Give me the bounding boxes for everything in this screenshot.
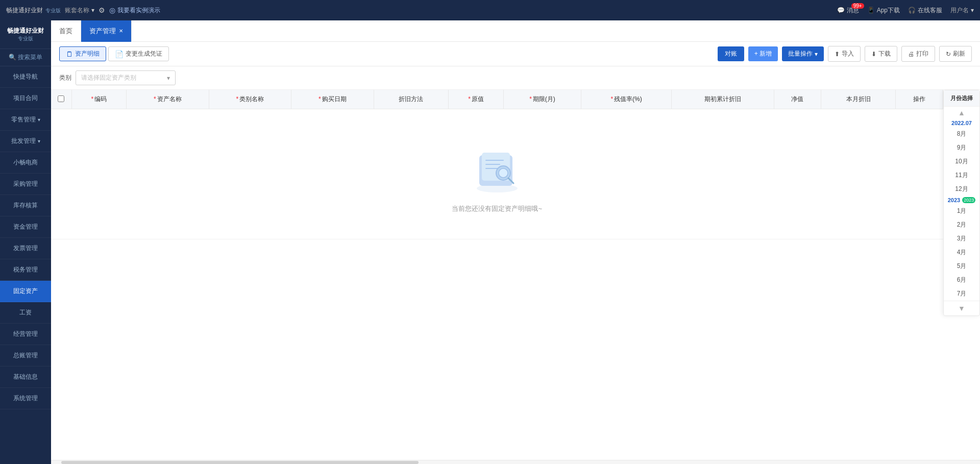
month-list-2023: 1月 2月 3月 4月 5月 6月 7月 xyxy=(944,204,979,301)
app-logo: 畅捷通好业财 专业版 xyxy=(6,6,61,15)
app-download-button[interactable]: 📱 App下载 xyxy=(867,6,900,15)
online-service-button[interactable]: 🎧 在线客服 xyxy=(908,6,942,15)
demo-button[interactable]: ◎ 我要看实例演示 xyxy=(109,6,160,15)
sidebar-item-assets[interactable]: 固定资产 xyxy=(0,281,51,302)
sidebar-arrow-icon: ▾ xyxy=(38,138,40,144)
month-item-2023-6[interactable]: 6月 xyxy=(944,273,979,287)
download-button[interactable]: ⬇ 下载 xyxy=(865,46,897,62)
message-button[interactable]: 💬 消息 99+ xyxy=(837,6,859,15)
current-year-badge: 2023 xyxy=(962,197,975,203)
tab-assets[interactable]: 资产管理 ✕ xyxy=(81,20,132,42)
svg-point-7 xyxy=(499,168,508,178)
batch-dropdown-icon: ▾ xyxy=(815,51,818,58)
month-item-2023-5[interactable]: 5月 xyxy=(944,259,979,273)
sidebar-item-retail[interactable]: 零售管理▾ xyxy=(0,109,51,131)
col-accumulated: 期初累计折旧 xyxy=(671,90,774,109)
month-panel-header: 月份选择 xyxy=(944,90,979,107)
sidebar-item-invoice[interactable]: 发票管理 xyxy=(0,238,51,259)
select-arrow-icon: ▾ xyxy=(167,75,170,82)
month-item-2023-2[interactable]: 2月 xyxy=(944,218,979,232)
month-nav-down[interactable]: ▼ xyxy=(954,303,969,313)
col-purchase-date: *购买日期 xyxy=(291,90,374,109)
col-original-value: *原值 xyxy=(449,90,503,109)
col-code: *编码 xyxy=(71,90,126,109)
main-layout: 畅捷通好业财 专业版 🔍 搜索菜单 快捷导航 项目合同零售管理▾批发管理▾小畅电… xyxy=(0,20,980,464)
month-list-2022: 8月 9月 10月 11月 12月 xyxy=(944,127,979,196)
month-item-12[interactable]: 12月 xyxy=(944,182,979,196)
table-wrapper: *编码 *资产名称 *类别名称 *购买日期 折旧方法 *原值 *期限(月) *残… xyxy=(51,90,980,460)
add-button[interactable]: + 新增 xyxy=(748,46,778,61)
print-button[interactable]: 🖨 打印 xyxy=(901,46,935,62)
refresh-button[interactable]: ↻ 刷新 xyxy=(939,46,972,62)
sidebar-item-salary[interactable]: 工资 xyxy=(0,302,51,324)
sub-tabs-right: 对账 + 新增 批量操作 ▾ ⬆ 导入 ⬇ 下载 🖨 xyxy=(718,46,972,62)
col-monthly: 本月折旧 xyxy=(821,90,896,109)
download-icon: ⬇ xyxy=(871,51,876,58)
bottom-scrollbar[interactable] xyxy=(51,460,980,464)
inner-content: 🗒 资产明细 📄 变更生成凭证 对账 + 新增 批量操作 ▾ xyxy=(51,42,980,464)
scrollbar-thumb[interactable] xyxy=(61,461,419,464)
tab-bar: 首页 资产管理 ✕ xyxy=(51,20,980,42)
filter-bar: 类别 请选择固定资产类别 ▾ xyxy=(51,66,980,90)
content-area: 首页 资产管理 ✕ 🗒 资产明细 📄 变更生成凭证 xyxy=(51,20,980,464)
user-menu[interactable]: 用户名 ▾ xyxy=(950,6,974,15)
empty-state: 当前您还没有固定资产明细哦~ xyxy=(55,114,939,234)
category-select[interactable]: 请选择固定资产类别 ▾ xyxy=(76,70,176,85)
settings-button[interactable]: ⚙ xyxy=(99,6,105,14)
month-item-11[interactable]: 11月 xyxy=(944,168,979,182)
year-2023-label: 2023 xyxy=(948,197,960,203)
import-button[interactable]: ⬆ 导入 xyxy=(828,46,861,62)
dropdown-arrow-icon: ▾ xyxy=(91,7,94,14)
sidebar-item-purchase[interactable]: 采购管理 xyxy=(0,174,51,195)
top-bar-right: 💬 消息 99+ 📱 App下载 🎧 在线客服 用户名 ▾ xyxy=(837,6,974,15)
reconcile-button[interactable]: 对账 xyxy=(718,46,744,61)
batch-button[interactable]: 批量操作 ▾ xyxy=(782,46,824,61)
empty-text: 当前您还没有固定资产明细哦~ xyxy=(452,204,542,213)
select-all-checkbox[interactable] xyxy=(58,95,64,102)
month-panel-year-2022: 2022.07 xyxy=(944,119,979,127)
sidebar-item-inventory[interactable]: 库存核算 xyxy=(0,195,51,216)
category-filter-label: 类别 xyxy=(59,74,71,82)
tab-close-icon[interactable]: ✕ xyxy=(119,28,123,34)
col-name: *资产名称 xyxy=(126,90,209,109)
month-item-8[interactable]: 8月 xyxy=(944,127,979,141)
month-panel-footer: ▼ xyxy=(944,301,979,315)
sidebar-item-basic[interactable]: 基础信息 xyxy=(0,367,51,388)
search-menu-button[interactable]: 🔍 搜索菜单 xyxy=(0,49,51,66)
print-icon: 🖨 xyxy=(908,51,914,58)
month-item-9[interactable]: 9月 xyxy=(944,141,979,155)
month-item-2023-7[interactable]: 7月 xyxy=(944,287,979,301)
assets-table: *编码 *资产名称 *类别名称 *购买日期 折旧方法 *原值 *期限(月) *残… xyxy=(51,90,943,239)
month-nav-up[interactable]: ▲ xyxy=(954,108,969,118)
month-item-2023-4[interactable]: 4月 xyxy=(944,246,979,259)
sidebar-item-wholesale[interactable]: 批发管理▾ xyxy=(0,131,51,152)
account-selector[interactable]: 账套名称 ▾ xyxy=(65,6,94,15)
sidebar-item-ecommerce[interactable]: 小畅电商 xyxy=(0,152,51,174)
subtab-voucher[interactable]: 📄 变更生成凭证 xyxy=(108,46,169,61)
sidebar-item-project[interactable]: 项目合同 xyxy=(0,88,51,109)
message-count-badge: 99+ xyxy=(851,3,864,9)
col-period: *期限(月) xyxy=(503,90,581,109)
month-item-2023-3[interactable]: 3月 xyxy=(944,232,979,246)
table-container[interactable]: *编码 *资产名称 *类别名称 *购买日期 折旧方法 *原值 *期限(月) *残… xyxy=(51,90,980,460)
col-net-value: 净值 xyxy=(774,90,821,109)
top-bar: 畅捷通好业财 专业版 账套名称 ▾ ⚙ ◎ 我要看实例演示 💬 消息 99+ 📱… xyxy=(0,0,980,20)
sidebar-item-finance[interactable]: 资金管理 xyxy=(0,216,51,238)
sidebar-item-tax[interactable]: 税务管理 xyxy=(0,259,51,281)
sub-tabs-bar: 🗒 资产明细 📄 变更生成凭证 对账 + 新增 批量操作 ▾ xyxy=(51,42,980,66)
sidebar-item-system[interactable]: 系统管理 xyxy=(0,388,51,409)
empty-illustration xyxy=(467,145,528,196)
year-2023-row: 2023 2023 xyxy=(944,196,979,204)
import-icon: ⬆ xyxy=(835,51,840,58)
sidebar-nav: 项目合同零售管理▾批发管理▾小畅电商采购管理库存核算资金管理发票管理税务管理固定… xyxy=(0,88,51,409)
month-item-2023-1[interactable]: 1月 xyxy=(944,204,979,218)
sidebar-item-quicknav[interactable]: 快捷导航 xyxy=(0,66,51,88)
month-item-10[interactable]: 10月 xyxy=(944,155,979,168)
col-residual-rate: *残值率(%) xyxy=(581,90,672,109)
sidebar: 畅捷通好业财 专业版 🔍 搜索菜单 快捷导航 项目合同零售管理▾批发管理▾小畅电… xyxy=(0,20,51,464)
sidebar-item-management[interactable]: 经营管理 xyxy=(0,324,51,345)
sidebar-item-ledger[interactable]: 总账管理 xyxy=(0,345,51,367)
sidebar-arrow-icon: ▾ xyxy=(38,117,40,123)
subtab-asset-detail[interactable]: 🗒 资产明细 xyxy=(59,46,106,61)
tab-home[interactable]: 首页 xyxy=(51,20,81,42)
